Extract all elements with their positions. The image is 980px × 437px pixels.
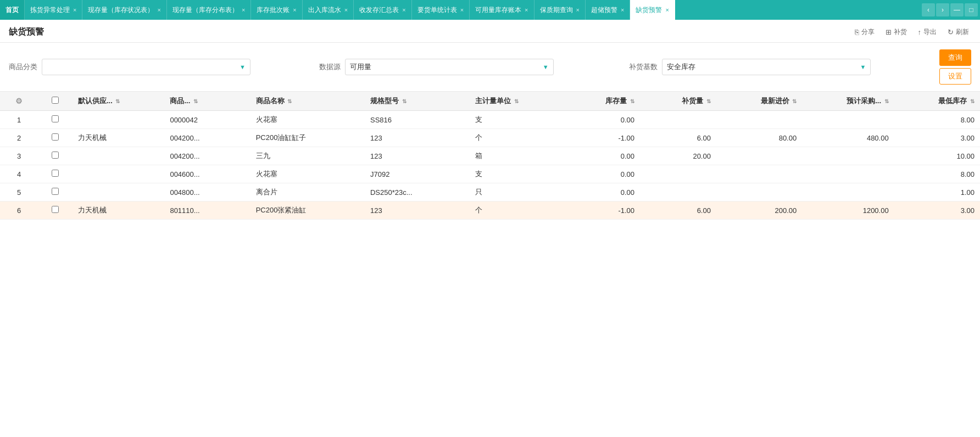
cell-supplier xyxy=(73,165,164,183)
window-minimize-button[interactable]: — xyxy=(950,3,964,16)
cell-name: PC200油缸缸子 xyxy=(250,129,365,147)
category-chevron-icon: ▼ xyxy=(240,64,246,70)
cell-check[interactable] xyxy=(38,111,73,129)
tab-expiry-query[interactable]: 保质期查询 × xyxy=(534,0,586,20)
cell-supplier xyxy=(73,111,164,129)
col-header-name[interactable]: 商品名称 ⇅ xyxy=(250,92,365,111)
cell-code: 004600... xyxy=(164,165,250,183)
col-header-gear[interactable]: ⚙ xyxy=(0,92,38,111)
cell-check[interactable] xyxy=(38,165,73,183)
col-header-unit[interactable]: 主计量单位 ⇅ xyxy=(470,92,564,111)
tab-order-stat-close[interactable]: × xyxy=(460,7,464,13)
tab-overstock[interactable]: 超储预警 × xyxy=(586,0,630,20)
tab-abnormal[interactable]: 拣货异常处理 × xyxy=(25,0,82,20)
cell-supplier: 力天机械 xyxy=(73,201,164,220)
category-select[interactable]: ▼ xyxy=(42,59,250,75)
tab-home[interactable]: 首页 xyxy=(0,0,25,20)
datasource-select[interactable]: 可用量 ▼ xyxy=(345,59,554,75)
tab-in-out-flow[interactable]: 出入库流水 × xyxy=(303,0,354,20)
tab-prev-button[interactable]: ‹ xyxy=(922,3,935,16)
col-header-forecast[interactable]: 预计采购... ⇅ xyxy=(802,92,894,111)
col-header-code[interactable]: 商品... ⇅ xyxy=(164,92,250,111)
cell-minstock: 8.00 xyxy=(894,165,980,183)
cell-check[interactable] xyxy=(38,129,73,147)
tab-available-ledger-close[interactable]: × xyxy=(525,7,528,13)
select-all-checkbox[interactable] xyxy=(52,97,59,104)
col-supplier-label: 默认供应... xyxy=(78,97,113,105)
cell-price: 80.00 xyxy=(716,129,802,147)
tab-in-out-flow-close[interactable]: × xyxy=(344,7,348,13)
tab-recv-summary[interactable]: 收发存汇总表 × xyxy=(354,0,411,20)
tab-inventory-dist-label: 现存量（库存分布表） xyxy=(172,5,238,15)
tab-batch-account[interactable]: 库存批次账 × xyxy=(251,0,302,20)
restock-basis-chevron-icon: ▼ xyxy=(860,64,866,70)
gear-icon[interactable]: ⚙ xyxy=(15,97,23,105)
col-header-supplier[interactable]: 默认供应... ⇅ xyxy=(73,92,164,111)
query-button[interactable]: 查询 xyxy=(939,49,971,66)
table-header-row: ⚙ 默认供应... ⇅ 商品... ⇅ 商品名称 xyxy=(0,92,980,111)
tab-overstock-close[interactable]: × xyxy=(621,7,624,13)
tab-batch-account-label: 库存批次账 xyxy=(257,5,289,15)
cell-forecast: 480.00 xyxy=(802,129,894,147)
cell-check[interactable] xyxy=(38,201,73,220)
col-header-restock[interactable]: 补货量 ⇅ xyxy=(640,92,716,111)
row-checkbox[interactable] xyxy=(52,206,59,213)
supplier-sort-icon: ⇅ xyxy=(115,98,120,104)
table-container: ⚙ 默认供应... ⇅ 商品... ⇅ 商品名称 xyxy=(0,92,980,220)
cell-minstock: 8.00 xyxy=(894,111,980,129)
cell-stock: -1.00 xyxy=(564,129,640,147)
tab-batch-account-close[interactable]: × xyxy=(293,7,296,13)
tab-expiry-query-close[interactable]: × xyxy=(576,7,580,13)
restock-basis-select[interactable]: 安全库存 ▼ xyxy=(662,59,871,75)
restock-icon: ⊞ xyxy=(886,28,892,36)
col-header-minstock[interactable]: 最低库存 ⇅ xyxy=(894,92,980,111)
header-actions: ⎘ 分享 ⊞ 补货 ↑ 导出 ↻ 刷新 xyxy=(853,26,972,38)
col-header-check[interactable] xyxy=(38,92,73,111)
col-forecast-label: 预计采购... xyxy=(847,97,881,105)
tab-nav-buttons: ‹ › — □ xyxy=(922,3,980,16)
tab-inventory-dist-close[interactable]: × xyxy=(242,7,245,13)
tab-available-ledger[interactable]: 可用量库存账本 × xyxy=(470,0,534,20)
cell-code: 0000042 xyxy=(164,111,250,129)
cell-name: PC200张紧油缸 xyxy=(250,201,365,220)
tab-shortage[interactable]: 缺货预警 × xyxy=(630,0,675,20)
cell-unit: 个 xyxy=(470,129,564,147)
tab-inventory-dist[interactable]: 现存量（库存分布表） × xyxy=(167,0,251,20)
cell-check[interactable] xyxy=(38,183,73,201)
col-header-spec[interactable]: 规格型号 ⇅ xyxy=(365,92,470,111)
tab-inventory-status-close[interactable]: × xyxy=(157,7,160,13)
settings-button[interactable]: 设置 xyxy=(939,68,971,85)
datasource-filter-group: 数据源 可用量 ▼ xyxy=(319,59,619,75)
table-row: 6 力天机械 801110... PC200张紧油缸 123 个 -1.00 6… xyxy=(0,201,980,220)
share-button[interactable]: ⎘ 分享 xyxy=(853,26,877,38)
tab-next-button[interactable]: › xyxy=(936,3,949,16)
row-checkbox[interactable] xyxy=(52,188,59,195)
cell-price xyxy=(716,183,802,201)
col-name-label: 商品名称 xyxy=(256,97,285,105)
cell-stock: 0.00 xyxy=(564,111,640,129)
export-button[interactable]: ↑ 导出 xyxy=(916,26,939,38)
stock-sort-icon: ⇅ xyxy=(630,98,634,104)
tab-order-stat[interactable]: 要货单统计表 × xyxy=(412,0,470,20)
tab-inventory-status[interactable]: 现存量（库存状况表） × xyxy=(82,0,166,20)
cell-restock xyxy=(640,111,716,129)
refresh-label: 刷新 xyxy=(956,27,969,37)
row-checkbox[interactable] xyxy=(52,133,59,141)
refresh-button[interactable]: ↻ 刷新 xyxy=(945,26,971,38)
cell-check[interactable] xyxy=(38,147,73,165)
cell-index: 6 xyxy=(0,201,38,220)
row-checkbox[interactable] xyxy=(52,170,59,177)
window-maximize-button[interactable]: □ xyxy=(965,3,978,16)
cell-forecast xyxy=(802,111,894,129)
tab-recv-summary-close[interactable]: × xyxy=(402,7,405,13)
minstock-sort-icon: ⇅ xyxy=(970,98,975,104)
row-checkbox[interactable] xyxy=(52,115,59,122)
tab-abnormal-close[interactable]: × xyxy=(73,7,76,13)
restock-basis-value: 安全库存 xyxy=(667,62,860,72)
restock-button[interactable]: ⊞ 补货 xyxy=(883,26,909,38)
tab-shortage-close[interactable]: × xyxy=(665,7,669,13)
col-header-price[interactable]: 最新进价 ⇅ xyxy=(716,92,802,111)
row-checkbox[interactable] xyxy=(52,152,59,159)
share-label: 分享 xyxy=(861,27,875,37)
col-header-stock[interactable]: 库存量 ⇅ xyxy=(564,92,640,111)
